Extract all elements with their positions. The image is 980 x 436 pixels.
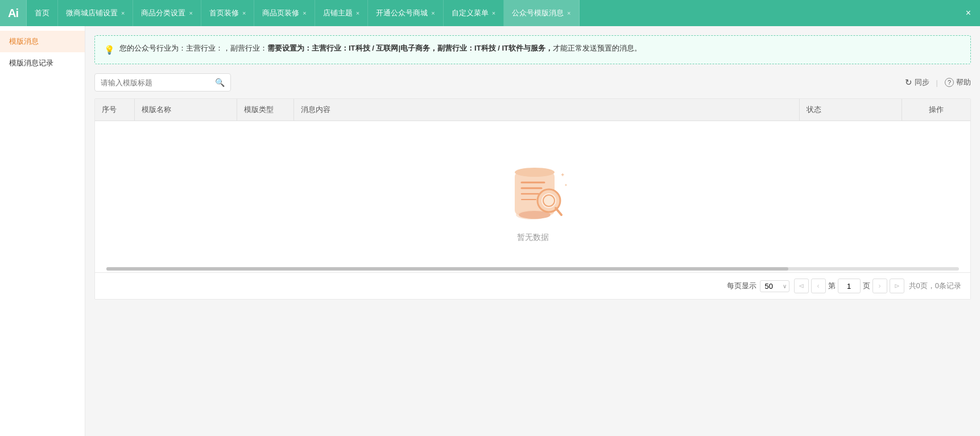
nav-tab-shop-theme[interactable]: 店铺主题 × (315, 0, 368, 26)
pagination: 每页显示 50 10 20 100 ⊲ (95, 272, 970, 299)
prev-page-button[interactable]: ‹ (811, 279, 826, 293)
notice-icon: 💡 (104, 43, 115, 57)
svg-line-11 (556, 208, 561, 215)
sync-icon: ↻ (905, 77, 912, 88)
page-label: 第 (828, 281, 836, 291)
close-tab-shop-theme[interactable]: × (356, 10, 359, 16)
search-button[interactable]: 🔍 (215, 78, 225, 87)
page-nav: ⊲ ‹ 第 页 › ⊳ (794, 279, 904, 293)
data-table: 序号 模版名称 模版类型 消息内容 状态 操作 (94, 98, 971, 300)
empty-state: ✦ ✦ 暂无数据 (95, 121, 970, 265)
page-size-selector[interactable]: 50 10 20 100 (760, 280, 789, 292)
total-info: 共0页，0条记录 (909, 281, 961, 291)
nav-tab-custom-menu[interactable]: 自定义菜单 × (444, 0, 504, 26)
th-type: 模版类型 (237, 99, 294, 121)
close-tab-product-decor[interactable]: × (303, 10, 306, 16)
sidebar-item-template-msg[interactable]: 模版消息 (0, 31, 85, 52)
th-seq: 序号 (95, 99, 135, 121)
nav-tab-homepage-decor[interactable]: 首页装修 × (201, 0, 254, 26)
search-bar: 🔍 ↻ 同步 | ? 帮助 (94, 73, 971, 92)
help-button[interactable]: ? 帮助 (945, 77, 971, 88)
toolbar-divider: | (936, 78, 938, 87)
sidebar: 模版消息 模版消息记录 (0, 26, 85, 436)
close-tab-template-msg[interactable]: × (567, 10, 570, 16)
notice-banner: 💡 您的公众号行业为：主营行业：，副营行业：需要设置为：主营行业：IT科技 / … (94, 35, 971, 64)
close-all-tabs-button[interactable]: × (957, 0, 980, 26)
close-tab-category[interactable]: × (189, 10, 192, 16)
close-tab-wechat-shop[interactable]: × (121, 10, 125, 16)
nav-tab-template-msg[interactable]: 公众号模版消息 × (504, 0, 579, 26)
last-page-button[interactable]: ⊳ (890, 279, 904, 293)
next-page-icon: › (879, 282, 881, 290)
search-input[interactable] (101, 78, 212, 87)
notice-text: 您的公众号行业为：主营行业：，副营行业：需要设置为：主营行业：IT科技 / 互联… (119, 43, 642, 55)
empty-text: 暂无数据 (517, 232, 549, 243)
nav-tab-open-mall[interactable]: 开通公众号商城 × (368, 0, 443, 26)
content-area: 💡 您的公众号行业为：主营行业：，副营行业：需要设置为：主营行业：IT科技 / … (85, 26, 980, 436)
table-header: 序号 模版名称 模版类型 消息内容 状态 操作 (95, 99, 970, 121)
sync-button[interactable]: ↻ 同步 (905, 77, 929, 88)
nav-logo[interactable]: Ai (0, 0, 27, 26)
first-page-button[interactable]: ⊲ (794, 279, 809, 293)
page-input[interactable] (838, 279, 861, 293)
close-tab-homepage-decor[interactable]: × (242, 10, 246, 16)
prev-page-icon: ‹ (817, 282, 820, 290)
scrollbar-thumb[interactable] (106, 267, 788, 271)
search-input-wrap[interactable]: 🔍 (94, 73, 231, 92)
next-page-button[interactable]: › (873, 279, 887, 293)
scrollbar-track (106, 267, 959, 271)
page-size-select: 每页显示 50 10 20 100 (727, 280, 789, 292)
top-nav: Ai 首页 微商城店铺设置 × 商品分类设置 × 首页装修 × 商品页装修 × … (0, 0, 980, 26)
th-action: 操作 (902, 99, 970, 121)
nav-tab-product-decor[interactable]: 商品页装修 × (254, 0, 315, 26)
th-status: 状态 (800, 99, 902, 121)
last-page-icon: ⊳ (894, 282, 900, 290)
close-tab-open-mall[interactable]: × (431, 10, 435, 16)
help-icon: ? (945, 78, 954, 87)
first-page-icon: ⊲ (799, 282, 804, 290)
svg-text:✦: ✦ (560, 172, 565, 178)
empty-illustration: ✦ ✦ (499, 155, 567, 223)
svg-point-10 (543, 195, 555, 206)
page-suffix: 页 (863, 281, 870, 291)
th-content: 消息内容 (294, 99, 800, 121)
nav-tab-home[interactable]: 首页 (27, 0, 58, 26)
toolbar-right: ↻ 同步 | ? 帮助 (905, 77, 971, 88)
page-size-label: 每页显示 (727, 281, 756, 291)
close-tab-custom-menu[interactable]: × (492, 10, 495, 16)
page-size-selector-wrap: 50 10 20 100 (760, 280, 789, 292)
nav-tab-category[interactable]: 商品分类设置 × (133, 0, 201, 26)
horizontal-scrollbar[interactable] (95, 265, 970, 272)
svg-text:✦: ✦ (564, 183, 568, 187)
sidebar-item-template-msg-log[interactable]: 模版消息记录 (0, 52, 85, 74)
th-name: 模版名称 (135, 99, 237, 121)
nav-tab-wechat-shop[interactable]: 微商城店铺设置 × (58, 0, 133, 26)
main-layout: 模版消息 模版消息记录 💡 您的公众号行业为：主营行业：，副营行业：需要设置为：… (0, 26, 980, 436)
svg-point-2 (515, 168, 555, 177)
